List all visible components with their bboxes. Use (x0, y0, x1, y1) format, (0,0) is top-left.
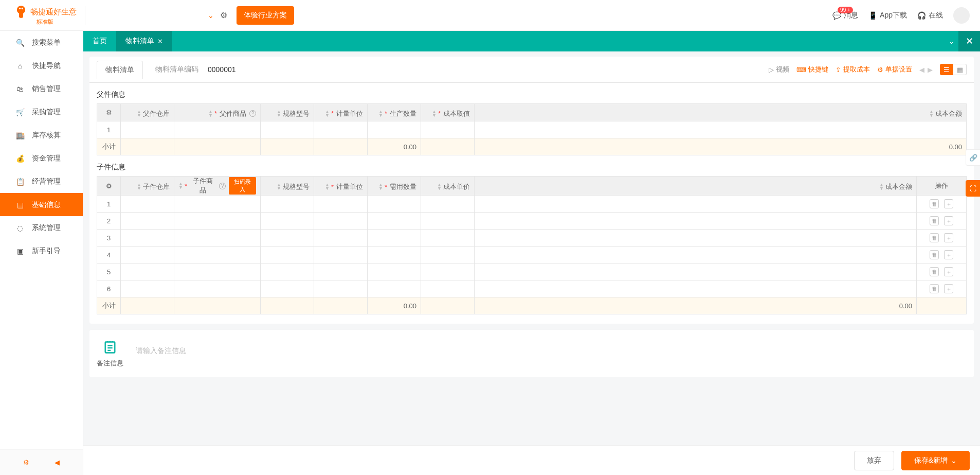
th-warehouse[interactable]: 父件仓库 (143, 109, 170, 118)
sidebar-item-quicknav[interactable]: ⌂ 快捷导航 (0, 54, 83, 77)
child-row[interactable]: 5🗑＋ (97, 263, 966, 280)
app-download-button[interactable]: 📱 App下载 (868, 11, 907, 20)
save-new-button[interactable]: 保存&新增 ⌄ (901, 451, 970, 470)
sort-icon[interactable]: ▲▼ (137, 183, 141, 190)
content-scroll[interactable]: 物料清单 物料清单编码 0000001 ▷ 视频 ⌨ 快捷键 (83, 51, 980, 475)
action-video[interactable]: ▷ 视频 (769, 65, 789, 74)
add-row-icon[interactable]: ＋ (944, 284, 953, 293)
sidebar-item-basicinfo[interactable]: ▤ 基础信息 (0, 193, 83, 216)
th-spec[interactable]: 规格型号 (283, 109, 310, 118)
promo-button[interactable]: 体验行业方案 (237, 6, 294, 25)
tab-close-all-icon[interactable]: ✕ (958, 31, 980, 51)
tab-home[interactable]: 首页 (83, 31, 116, 51)
expand-floating-icon[interactable]: ⛶ (966, 180, 980, 197)
messages-button[interactable]: 💬 消息 99 + (832, 11, 858, 20)
th-unit[interactable]: 计量单位 (336, 109, 363, 118)
child-row[interactable]: 6🗑＋ (97, 280, 966, 297)
th-qty[interactable]: 生产数量 (390, 109, 416, 118)
scan-tag[interactable]: 扫码录入 (229, 177, 256, 195)
sort-icon[interactable]: ▲▼ (325, 183, 330, 190)
subtotal-label: 小计 (97, 297, 121, 314)
remarks-input[interactable] (136, 339, 967, 362)
prev-icon[interactable]: ◀ (919, 66, 924, 74)
sort-icon[interactable]: ▲▼ (378, 183, 383, 190)
add-row-icon[interactable]: ＋ (944, 199, 953, 208)
sort-icon[interactable]: ▲▼ (178, 182, 183, 189)
user-avatar[interactable] (953, 7, 970, 24)
sort-icon[interactable]: ▲▼ (378, 110, 383, 117)
child-row[interactable]: 3🗑＋ (97, 229, 966, 246)
close-icon[interactable]: ✕ (157, 38, 163, 45)
view-grid-icon[interactable]: ▦ (953, 64, 967, 75)
th-unit-cost[interactable]: 成本单价 (443, 182, 470, 191)
delete-row-icon[interactable]: 🗑 (930, 284, 939, 293)
sort-icon[interactable]: ▲▼ (437, 183, 442, 190)
parent-row[interactable]: 1 (97, 121, 966, 138)
sort-icon[interactable]: ▲▼ (277, 110, 281, 117)
action-bill-setting[interactable]: ⚙ 单据设置 (877, 65, 912, 74)
sort-icon[interactable]: ▲▼ (929, 110, 934, 117)
delete-row-icon[interactable]: 🗑 (930, 250, 939, 259)
play-icon: ▷ (769, 66, 774, 74)
sort-icon[interactable]: ▲▼ (879, 183, 884, 190)
th-spec[interactable]: 规格型号 (283, 182, 310, 191)
delete-row-icon[interactable]: 🗑 (930, 233, 939, 242)
collapse-icon[interactable]: ◀ (55, 459, 60, 466)
settings-icon[interactable]: ⚙ (23, 459, 29, 466)
action-shortcut[interactable]: ⌨ 快捷键 (796, 65, 828, 74)
settings-gear-icon[interactable]: ⚙ (220, 10, 227, 20)
divider (85, 6, 85, 25)
child-row[interactable]: 4🗑＋ (97, 246, 966, 263)
th-cost-amount[interactable]: 成本金额 (885, 182, 912, 191)
sort-icon[interactable]: ▲▼ (325, 110, 330, 117)
delete-row-icon[interactable]: 🗑 (930, 199, 939, 208)
logo-block[interactable]: 畅捷通好生意 标准版 (5, 5, 85, 26)
help-icon[interactable]: ? (249, 110, 256, 117)
sidebar-item-inventory[interactable]: 🏬 库存核算 (0, 124, 83, 147)
sidebar-item-system[interactable]: ◌ 系统管理 (0, 216, 83, 239)
sidebar-item-purchase[interactable]: 🛒 采购管理 (0, 100, 83, 124)
app-download-label: App下载 (880, 11, 907, 20)
sidebar-item-guide[interactable]: ▣ 新手引导 (0, 239, 83, 262)
online-support-button[interactable]: 🎧 在线 (917, 11, 943, 20)
sort-icon[interactable]: ▲▼ (277, 183, 281, 190)
online-label: 在线 (929, 11, 943, 20)
gear-icon[interactable]: ⚙ (106, 109, 112, 116)
th-product[interactable]: 父件商品 (220, 109, 246, 118)
sidebar-item-sales[interactable]: 🛍 销售管理 (0, 77, 83, 100)
child-row[interactable]: 1🗑＋ (97, 195, 966, 212)
org-selector[interactable]: ⌄ (96, 11, 214, 20)
sidebar-item-label: 销售管理 (32, 84, 61, 94)
child-row[interactable]: 2🗑＋ (97, 212, 966, 229)
th-product[interactable]: 子件商品 (190, 177, 216, 195)
th-cost-basis[interactable]: 成本取值 (443, 109, 470, 118)
bag-icon: 🛒 (15, 108, 25, 117)
next-icon[interactable]: ▶ (928, 66, 933, 74)
sidebar-item-search[interactable]: 🔍 搜索菜单 (0, 31, 83, 54)
th-unit[interactable]: 计量单位 (336, 182, 363, 191)
add-row-icon[interactable]: ＋ (944, 233, 953, 242)
view-list-icon[interactable]: ☰ (940, 64, 953, 75)
add-row-icon[interactable]: ＋ (944, 250, 953, 259)
th-qty[interactable]: 需用数量 (390, 182, 416, 191)
add-row-icon[interactable]: ＋ (944, 267, 953, 276)
attachment-floating-icon[interactable]: 🔗 (966, 149, 980, 166)
sidebar-item-operation[interactable]: 📋 经营管理 (0, 170, 83, 193)
delete-row-icon[interactable]: 🗑 (930, 267, 939, 276)
sort-icon[interactable]: ▲▼ (432, 110, 437, 117)
sort-icon[interactable]: ▲▼ (208, 110, 213, 117)
action-extract-cost[interactable]: ⇪ 提取成本 (836, 65, 870, 74)
discard-button[interactable]: 放弃 (854, 451, 894, 470)
th-cost-amount[interactable]: 成本金额 (935, 109, 962, 118)
panel-tab[interactable]: 物料清单 (97, 61, 143, 79)
tab-dropdown-icon[interactable]: ⌄ (944, 31, 958, 51)
sidebar-item-finance[interactable]: 💰 资金管理 (0, 147, 83, 170)
sort-icon[interactable]: ▲▼ (137, 110, 141, 117)
add-row-icon[interactable]: ＋ (944, 216, 953, 225)
subtotal-qty: 0.00 (368, 297, 421, 314)
th-warehouse[interactable]: 子件仓库 (143, 182, 170, 191)
delete-row-icon[interactable]: 🗑 (930, 216, 939, 225)
tab-bom[interactable]: 物料清单 ✕ (116, 31, 172, 51)
gear-icon[interactable]: ⚙ (106, 182, 112, 190)
help-icon[interactable]: ? (219, 183, 226, 189)
